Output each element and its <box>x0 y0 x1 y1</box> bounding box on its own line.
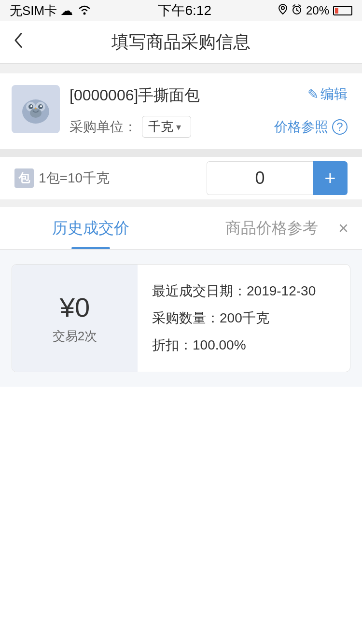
unit-conversion-text: 1包=10千克 <box>39 169 110 187</box>
question-icon: ? <box>332 119 348 135</box>
discount-label: 折扣： <box>152 337 193 352</box>
product-info: [0000006]手撕面包 ✎ 编辑 采购单位： 千克 ▾ 价格参照 ? <box>70 85 348 138</box>
svg-point-12 <box>30 105 32 107</box>
unit-box-icon: 包 <box>14 168 34 188</box>
product-name: [0000006]手撕面包 <box>70 85 200 106</box>
history-price-value: ¥0 <box>60 292 90 323</box>
quantity-unit-label: 包 1包=10千克 <box>14 168 110 188</box>
edit-button[interactable]: ✎ 编辑 <box>307 85 348 103</box>
alarm-icon <box>292 3 302 18</box>
edit-icon: ✎ <box>307 86 319 102</box>
tabs-header: 历史成交价 商品价格参考 × <box>0 207 362 250</box>
location-icon <box>278 3 288 18</box>
content-rest <box>0 387 362 644</box>
history-price-details: 最近成交日期：2019-12-30 采购数量：200千克 折扣：100.00% <box>138 265 350 372</box>
svg-point-14 <box>30 108 42 118</box>
purchase-qty-value: 200千克 <box>220 310 269 325</box>
svg-line-6 <box>299 5 301 6</box>
svg-line-5 <box>293 5 295 6</box>
unit-label-group: 采购单位： 千克 ▾ <box>70 116 191 138</box>
product-thumbnail <box>12 85 60 133</box>
status-right: 20% <box>278 3 352 18</box>
battery-icon <box>333 6 352 15</box>
product-header: [0000006]手撕面包 ✎ 编辑 <box>70 85 348 106</box>
tabs-section: 历史成交价 商品价格参考 × ¥0 交易2次 最近成交日期：2019-12-30 <box>0 207 362 387</box>
recent-date-label: 最近成交日期： <box>152 283 247 298</box>
svg-point-0 <box>84 12 86 14</box>
tab-history-price-label: 历史成交价 <box>52 218 129 239</box>
page-title: 填写商品采购信息 <box>111 30 251 54</box>
history-price-card: ¥0 交易2次 最近成交日期：2019-12-30 采购数量：200千克 折扣：… <box>12 264 350 372</box>
quantity-input[interactable]: 0 <box>207 161 313 195</box>
product-card: [0000006]手撕面包 ✎ 编辑 采购单位： 千克 ▾ 价格参照 ? <box>0 73 362 149</box>
recent-date-value: 2019-12-30 <box>247 283 316 298</box>
back-button[interactable] <box>12 29 25 55</box>
carrier-text: 无SIM卡 ☁ <box>10 2 73 19</box>
discount-row: 折扣：100.00% <box>152 336 335 354</box>
quantity-input-group: 0 + <box>207 161 348 195</box>
quantity-row: 包 1包=10千克 0 + <box>0 157 362 199</box>
recent-date-row: 最近成交日期：2019-12-30 <box>152 282 335 300</box>
tab-active-indicator <box>71 247 110 249</box>
nav-bar: 填写商品采购信息 <box>0 21 362 64</box>
status-bar: 无SIM卡 ☁ 下午6:12 20 <box>0 0 362 21</box>
svg-point-13 <box>40 105 42 107</box>
discount-value: 100.00% <box>193 337 246 352</box>
product-unit-row: 采购单位： 千克 ▾ 价格参照 ? <box>70 116 348 138</box>
svg-line-4 <box>297 10 298 11</box>
quantity-plus-button[interactable]: + <box>313 161 348 195</box>
unit-select-dropdown[interactable]: 千克 ▾ <box>142 116 191 138</box>
wifi-icon <box>78 3 91 18</box>
tab-product-price-ref-label: 商品价格参考 <box>225 218 318 239</box>
battery-pct-text: 20% <box>306 4 329 17</box>
plus-icon: + <box>324 168 335 188</box>
svg-point-1 <box>281 7 284 10</box>
section-divider <box>0 149 362 157</box>
history-price-summary: ¥0 交易2次 <box>12 265 138 372</box>
status-time: 下午6:12 <box>158 1 211 20</box>
purchase-qty-row: 采购数量：200千克 <box>152 309 335 327</box>
dropdown-arrow-icon: ▾ <box>176 121 181 133</box>
currency-symbol: ¥ <box>60 292 75 322</box>
tab-history-price[interactable]: 历史成交价 <box>0 207 181 249</box>
price-ref-button[interactable]: 价格参照 ? <box>274 118 348 136</box>
tab-product-price-ref[interactable]: 商品价格参考 <box>181 207 362 249</box>
status-left: 无SIM卡 ☁ <box>10 2 91 19</box>
purchase-qty-label: 采购数量： <box>152 310 220 325</box>
history-trades-label: 交易2次 <box>53 328 97 345</box>
tabs-close-button[interactable]: × <box>338 218 348 238</box>
tab-content: ¥0 交易2次 最近成交日期：2019-12-30 采购数量：200千克 折扣：… <box>0 250 362 387</box>
